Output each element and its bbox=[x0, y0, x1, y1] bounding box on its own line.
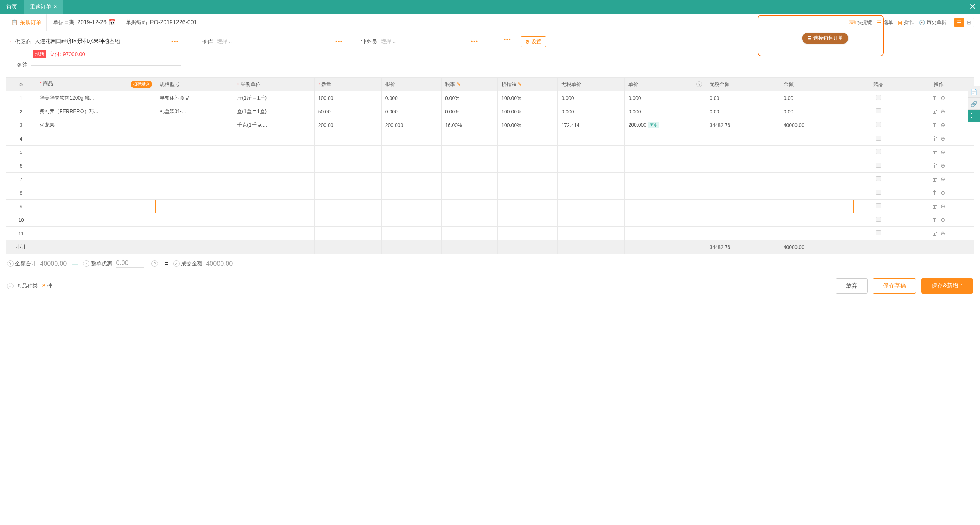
discard-button[interactable]: 放弃 bbox=[836, 278, 868, 294]
qty-cell[interactable] bbox=[314, 159, 381, 172]
close-icon[interactable]: ✕ bbox=[54, 4, 57, 9]
qty-cell[interactable]: 100.00 bbox=[314, 91, 381, 105]
quote-cell[interactable] bbox=[381, 132, 441, 145]
quote-cell[interactable] bbox=[381, 213, 441, 227]
discount-cell[interactable] bbox=[498, 159, 558, 172]
form-more-icon[interactable]: ••• bbox=[502, 37, 514, 42]
more-icon[interactable]: ••• bbox=[469, 38, 480, 44]
notax-amount-cell[interactable] bbox=[706, 145, 780, 159]
gift-cell[interactable] bbox=[854, 227, 904, 240]
notax-price-cell[interactable] bbox=[558, 200, 625, 213]
amount-cell[interactable] bbox=[780, 186, 854, 200]
add-row-icon[interactable]: ⊕ bbox=[940, 230, 945, 236]
gift-checkbox[interactable] bbox=[876, 122, 881, 127]
amount-cell[interactable] bbox=[780, 172, 854, 186]
doc-type-tab[interactable]: 📋 采购订单 bbox=[6, 14, 47, 31]
gift-checkbox[interactable] bbox=[876, 149, 881, 154]
calendar-icon[interactable]: 📅 bbox=[109, 19, 116, 26]
unit-cell[interactable] bbox=[234, 159, 315, 172]
pick-order-button[interactable]: ☰选单 bbox=[877, 19, 893, 26]
add-row-icon[interactable]: ⊕ bbox=[940, 136, 945, 142]
notax-amount-cell[interactable] bbox=[706, 227, 780, 240]
select-sales-order-button[interactable]: ☰ 选择销售订单 bbox=[802, 33, 848, 43]
amount-cell[interactable] bbox=[780, 213, 854, 227]
amount-cell[interactable] bbox=[780, 227, 854, 240]
view-card-icon[interactable]: ⊞ bbox=[964, 18, 974, 27]
tax-cell[interactable] bbox=[441, 132, 498, 145]
price-cell[interactable] bbox=[625, 145, 706, 159]
delete-icon[interactable]: 🗑 bbox=[932, 176, 938, 182]
history-button[interactable]: 🕘历史单据 bbox=[919, 19, 947, 26]
help-icon[interactable]: ? bbox=[696, 81, 702, 87]
gift-cell[interactable] bbox=[854, 172, 904, 186]
price-cell[interactable] bbox=[625, 132, 706, 145]
price-cell[interactable]: 0.000 bbox=[625, 91, 706, 105]
notax-price-cell[interactable] bbox=[558, 159, 625, 172]
quote-cell[interactable] bbox=[381, 200, 441, 213]
spec-cell[interactable] bbox=[156, 200, 234, 213]
notax-amount-cell[interactable]: 0.00 bbox=[706, 91, 780, 105]
qty-cell[interactable] bbox=[314, 213, 381, 227]
add-row-icon[interactable]: ⊕ bbox=[940, 163, 945, 169]
col-action[interactable]: 操作 bbox=[904, 78, 974, 91]
qty-cell[interactable] bbox=[314, 227, 381, 240]
spec-cell[interactable] bbox=[156, 227, 234, 240]
product-cell[interactable]: 华美华夫软饼1200g 糕... bbox=[36, 91, 156, 105]
notax-price-cell[interactable] bbox=[558, 227, 625, 240]
notax-amount-cell[interactable] bbox=[706, 172, 780, 186]
quote-cell[interactable] bbox=[381, 145, 441, 159]
edit-icon[interactable]: ✎ bbox=[457, 81, 461, 87]
notax-amount-cell[interactable]: 34482.76 bbox=[706, 118, 780, 132]
col-amount[interactable]: 金额 bbox=[780, 78, 854, 91]
discount-cell[interactable] bbox=[498, 132, 558, 145]
help-icon[interactable]: ? bbox=[151, 260, 158, 267]
amount-cell[interactable]: 40000.00 bbox=[780, 118, 854, 132]
save-new-button[interactable]: 保存&新增˄ bbox=[921, 278, 973, 294]
qty-cell[interactable]: 50.00 bbox=[314, 105, 381, 118]
unit-cell[interactable] bbox=[234, 186, 315, 200]
delete-icon[interactable]: 🗑 bbox=[932, 109, 938, 115]
tax-cell[interactable] bbox=[441, 213, 498, 227]
notax-amount-cell[interactable] bbox=[706, 186, 780, 200]
tax-cell[interactable] bbox=[441, 172, 498, 186]
unit-cell[interactable] bbox=[234, 227, 315, 240]
price-cell[interactable]: 200.000历史 bbox=[625, 118, 706, 132]
spec-cell[interactable] bbox=[156, 159, 234, 172]
product-cell[interactable] bbox=[36, 186, 156, 200]
spec-cell[interactable] bbox=[156, 172, 234, 186]
notax-amount-cell[interactable] bbox=[706, 132, 780, 145]
col-gift[interactable]: 赠品 bbox=[854, 78, 904, 91]
tab-home[interactable]: 首页 bbox=[0, 0, 24, 14]
amount-cell[interactable]: 0.00 bbox=[780, 91, 854, 105]
gift-checkbox[interactable] bbox=[876, 109, 881, 113]
delete-icon[interactable]: 🗑 bbox=[932, 163, 938, 169]
gift-checkbox[interactable] bbox=[876, 163, 881, 168]
product-cell[interactable]: 费列罗（FERRERO）巧... bbox=[36, 105, 156, 118]
gift-cell[interactable] bbox=[854, 159, 904, 172]
price-cell[interactable] bbox=[625, 227, 706, 240]
col-unit[interactable]: *采购单位 bbox=[234, 78, 315, 91]
col-discount[interactable]: 折扣%✎ bbox=[498, 78, 558, 91]
col-quote[interactable]: 报价 bbox=[381, 78, 441, 91]
notax-price-cell[interactable]: 0.000 bbox=[558, 105, 625, 118]
gift-cell[interactable] bbox=[854, 213, 904, 227]
product-cell[interactable]: 火龙果 bbox=[36, 118, 156, 132]
notax-price-cell[interactable]: 172.414 bbox=[558, 118, 625, 132]
tax-cell[interactable] bbox=[441, 186, 498, 200]
quote-cell[interactable] bbox=[381, 186, 441, 200]
tax-cell[interactable]: 16.00% bbox=[441, 118, 498, 132]
col-qty[interactable]: *数量 bbox=[314, 78, 381, 91]
quote-cell[interactable]: 0.000 bbox=[381, 105, 441, 118]
shortcuts-button[interactable]: ⌨快捷键 bbox=[848, 19, 872, 26]
tax-cell[interactable]: 0.00% bbox=[441, 91, 498, 105]
tax-cell[interactable] bbox=[441, 159, 498, 172]
rail-expand-icon[interactable]: ⛶ bbox=[968, 110, 980, 122]
discount-cell[interactable] bbox=[498, 213, 558, 227]
discount-cell[interactable]: 100.00% bbox=[498, 118, 558, 132]
tax-cell[interactable] bbox=[441, 200, 498, 213]
add-row-icon[interactable]: ⊕ bbox=[940, 149, 945, 155]
discount-cell[interactable]: 100.00% bbox=[498, 91, 558, 105]
unit-cell[interactable]: 斤(1斤 = 1斤) bbox=[234, 91, 315, 105]
notax-price-cell[interactable] bbox=[558, 145, 625, 159]
qty-cell[interactable]: 200.00 bbox=[314, 118, 381, 132]
